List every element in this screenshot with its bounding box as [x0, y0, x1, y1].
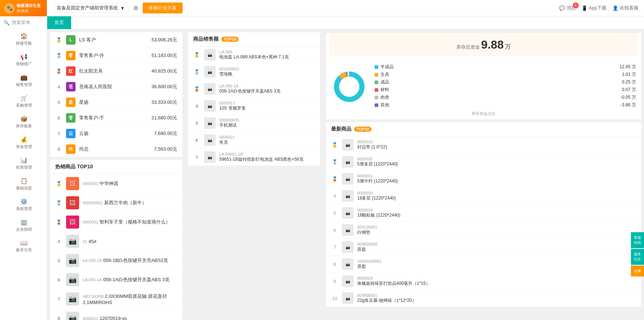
settings-icon[interactable]: ⚙ [133, 5, 138, 12]
message-icon: 💬 [559, 5, 565, 11]
message-button[interactable]: 💬 消息 6 [559, 5, 576, 11]
inventory-panel: 库存总资金 9.88 万 [326, 33, 641, 119]
middle-panel: 商品销售额 TOP10 🥇 📷 LA-089 电池盖 LA-089 ABS本色+… [185, 29, 323, 320]
customer-rank-list: 🥇 L LS 客户 53,006.26元 🥈 零 零售客户-许 51,183.0… [50, 32, 182, 157]
svg-point-1 [337, 74, 362, 99]
hot-products-list: 🥇 🖼 0000001 中华神器 🥈 🖼 000500001 新西兰牛肉（新牛）… [50, 174, 182, 320]
service-community-button[interactable]: 服务 社区 [631, 249, 644, 265]
product-thumbnail: 📷 [342, 241, 354, 253]
sidebar-item-marketing[interactable]: 📢 营销推广 [0, 50, 47, 70]
inventory-total: 库存总资金 9.88 万 [330, 33, 637, 57]
hot-product-item: 🥉 🖼 0000002 智利车子里（规格不知道填什么） [50, 213, 182, 232]
customer-avatar: 星 [66, 98, 76, 107]
operations-icon: 📊 [20, 157, 28, 164]
trial-button[interactable]: 体验行业方案 [143, 3, 183, 13]
product-thumbnail: 📷 [204, 151, 216, 163]
hot-product-item: 7 📷 NB2.0X30B 2.0X30MM双搓花轴.搓花直径2.1MM/ROH… [50, 290, 182, 309]
hot-product-item: 8 📷 0000011 12070519-xs [50, 309, 182, 320]
legend-item: 肉类 -0.05 万 [375, 94, 636, 100]
page-tabs: 首页 [47, 16, 644, 29]
customer-avatar: 零 [66, 113, 76, 123]
product-image: 🖼 [66, 177, 79, 190]
live-button[interactable]: 直播 [631, 266, 644, 276]
sidebar-item-purchase[interactable]: 🛒 采购管理 [0, 91, 47, 112]
customer-avatar: 红 [66, 66, 76, 76]
sidebar-item-finance[interactable]: 💰 资金管理 [0, 132, 47, 153]
service-icon: 👤 [612, 5, 618, 11]
customer-rank-item: 5 星 星扬 33,333.00元 [50, 95, 182, 110]
product-thumbnail: 📷 [204, 66, 216, 78]
latest-top-badge: TOP10 [354, 127, 371, 132]
right-panel: 库存总资金 9.88 万 [323, 29, 644, 320]
customer-rank-panel: 🥇 L LS 客户 53,006.26元 🥈 零 零售客户-许 51,183.0… [50, 32, 182, 157]
online-service-button[interactable]: 👤 在线客服 [612, 5, 639, 11]
product-sale-item: 🥉 📷 LA-056-1A 056-1A白色按键开关盖ABS 3克 [188, 81, 320, 98]
product-image: 📷 [66, 312, 79, 320]
customer-service-button[interactable]: 客服 热线 [631, 232, 644, 248]
guide-icon: 📖 [20, 239, 28, 246]
customer-name: LS 客户 [79, 37, 148, 43]
product-thumbnail: 📷 [204, 117, 216, 129]
rank-number: 🥇 [55, 37, 62, 43]
inventory-chart-section: 半成品 12.45 万 文具 1.01 万 成品 0.25 万 [326, 60, 641, 113]
tab-home[interactable]: 首页 [47, 16, 71, 29]
customer-rank-item: 🥇 L LS 客户 53,006.26元 [50, 32, 182, 48]
sidebar-item-inventory[interactable]: 📦 库存核算 [0, 112, 47, 132]
app-download-button[interactable]: 📱 App下载 [582, 5, 607, 11]
system-selector[interactable]: 装备及固定资产辅助管理系统 ▼ [53, 3, 129, 13]
hot-products-title: 热销商品 TOP10 [55, 164, 93, 170]
sidebar-item-system[interactable]: ⚙️ 系统管理 [0, 194, 47, 215]
hot-products-header: 热销商品 TOP10 [50, 160, 182, 174]
sidebar-item-basics[interactable]: 📋 基础信息 [0, 174, 47, 194]
sidebar-item-sales[interactable]: 💼 销售管理 [0, 70, 47, 91]
latest-products-list: 🥇 📷 0000033 封边带 (1.0*22) 🥈 📷 0000032 5厘多… [326, 136, 641, 307]
hot-product-item: 6 📷 LA-056-1A 056-1A白色按键开关盖ABS 3克 [50, 270, 182, 290]
product-thumbnail: 📷 [342, 139, 354, 151]
latest-product-item: 10 📷 003800001 22g鱼豆腐-烧烤味（1*12*20） [326, 290, 641, 307]
product-thumbnail: 📷 [204, 134, 216, 146]
product-thumbnail: 📷 [342, 292, 354, 304]
legend-item: 材料 0.07 万 [375, 87, 636, 93]
product-sale-item: 🥇 📷 LA-089 电池盖 LA-089 ABS本色+黑种 7.1克 [188, 46, 320, 63]
product-thumbnail: 📷 [342, 207, 354, 219]
customer-rank-item: 4 苍 苍南县人民医院 36,600.00元 [50, 79, 182, 95]
customer-rank-item: 6 零 零售客户-于 21,680.00元 [50, 110, 182, 126]
sidebar-item-operations[interactable]: 📊 经营管理 [0, 153, 47, 174]
product-sale-item: 4 📷 0000017 10S 变频罗浆 [188, 98, 320, 115]
customer-rank-item: 7 云 云扬 7,680.00元 [50, 126, 182, 141]
search-icon: 🔍 [4, 20, 9, 25]
sidebar-item-guide[interactable]: 📖 新手引导 [0, 236, 47, 257]
company-icon: 🏢 [20, 219, 28, 226]
sidebar-search[interactable]: 🔍 搜索菜单 [0, 16, 47, 29]
product-sale-item: 6 📷 0000021 夹克 [188, 132, 320, 149]
product-sale-item: 5 📷 000800005 手机测试 [188, 115, 320, 132]
sidebar-nav: 🏠 快捷导航 📢 营销推广 💼 销售管理 🛒 采购管理 📦 库存核算 💰 资金管… [0, 29, 47, 320]
legend-color [375, 96, 378, 99]
purchase-icon: 🛒 [20, 95, 28, 102]
customer-avatar: 苍 [66, 82, 76, 91]
customer-avatar: 尚 [66, 144, 76, 154]
chevron-down-icon: ▼ [120, 5, 125, 11]
message-badge: 6 [573, 3, 579, 8]
latest-product-item: 🥈 📷 0000032 5厘多层 (1220*2440) [326, 153, 641, 171]
finance-icon: 💰 [20, 136, 28, 143]
hot-product-item: 🥇 🖼 0000001 中华神器 [50, 174, 182, 193]
latest-products-header: 最新商品 TOP10 [326, 122, 641, 136]
customer-avatar: 零 [66, 51, 76, 60]
product-thumbnail: 📷 [342, 173, 354, 185]
sales-icon: 💼 [20, 74, 28, 81]
home-icon: 🏠 [20, 33, 28, 40]
product-thumbnail: 📷 [342, 258, 354, 270]
product-sale-item: 🥈 📷 001000002 雪地靴 [188, 63, 320, 81]
system-icon: ⚙️ [20, 198, 28, 205]
product-thumbnail: 📷 [342, 224, 354, 236]
content: 🥇 L LS 客户 53,006.26元 🥈 零 零售客户-许 51,183.0… [47, 29, 644, 320]
sidebar-item-company[interactable]: 🏢 企业协同 [0, 215, 47, 236]
product-thumbnail: 📷 [204, 100, 216, 112]
phone-icon: 📱 [582, 5, 587, 11]
product-image: 🖼 [66, 216, 79, 229]
sidebar-item-quick-nav[interactable]: 🏠 快捷导航 [0, 29, 47, 50]
main-area: 装备及固定资产辅助管理系统 ▼ ⚙ 体验行业方案 💬 消息 6 📱 App下载 … [47, 0, 644, 320]
logo-text: 畅捷通好生意 标准版 [17, 3, 41, 13]
customer-value: 53,006.26元 [151, 37, 177, 43]
